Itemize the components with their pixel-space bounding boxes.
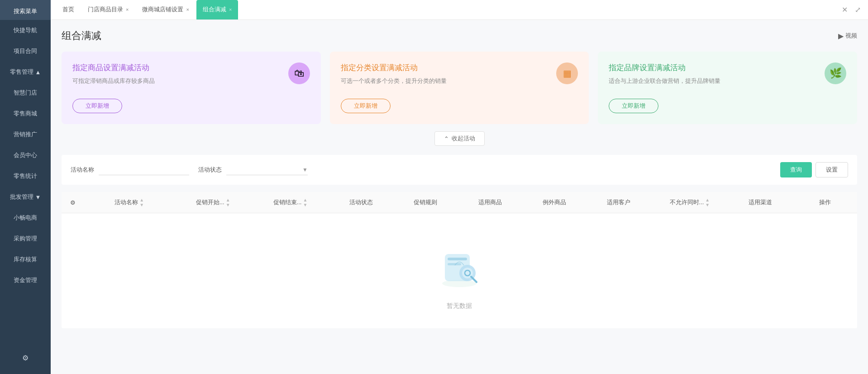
page-header: 组合满减 ▶ 视频 [62,29,857,43]
brand-card-icon: 🌿 [825,62,846,84]
search-status-field: 活动状态 ▼ [198,165,308,175]
svg-rect-3 [448,263,461,265]
sidebar-item-inventory[interactable]: 库存核算 [0,249,51,270]
table-header: ⚙ 活动名称 ▲▼ 促销开始... ▲▼ 促销结束... ▲▼ 活动状态 [62,192,857,213]
sidebar-item-smart-store[interactable]: 智慧门店 [0,82,51,103]
sidebar-gear-icon[interactable]: ⚙ [19,347,32,369]
th-gear[interactable]: ⚙ [62,199,84,206]
chevron-down-icon: ▼ [302,167,308,173]
chevron-up-icon: ▲ [35,69,41,76]
sidebar-item-retail-mall[interactable]: 零售商城 [0,103,51,124]
settings-button[interactable]: 设置 [816,162,848,177]
th-goods: 适用商品 [458,198,522,206]
th-except: 例外商品 [522,198,587,206]
svg-rect-2 [448,258,467,260]
search-name-field: 活动名称 [71,164,189,175]
category-card-desc: 可选一个或者多个分类，提升分类的销量 [341,77,578,86]
th-channel: 适用渠道 [728,198,792,206]
goods-add-button[interactable]: 立即新增 [72,99,122,113]
category-add-button[interactable]: 立即新增 [341,99,391,113]
brand-activity-card: 🌿 指定品牌设置满减活动 适合与上游企业联合做营销，提升品牌销量 立即新增 [598,52,857,124]
video-link[interactable]: ▶ 视频 [838,32,857,40]
search-status-select[interactable]: ▼ [226,165,308,175]
search-bar: 活动名称 活动状态 ▼ 查询 设置 [62,155,857,185]
sort-nodup-icon: ▲▼ [705,197,710,207]
empty-state-text: 暂无数据 [447,302,472,310]
sidebar-item-finance-mgmt[interactable]: 资金管理 [0,270,51,291]
sidebar-item-member-center[interactable]: 会员中心 [0,145,51,166]
th-end[interactable]: 促销结束... ▲▼ [252,197,329,207]
search-buttons: 查询 设置 [780,162,848,177]
th-nodup[interactable]: 不允许同时... ▲▼ [651,197,729,207]
empty-state-icon [432,240,486,295]
play-circle-icon: ▶ [838,32,844,40]
tab-home[interactable]: 首页 [56,0,81,19]
tab-bar: 首页 门店商品目录 × 微商城店铺设置 × 组合满减 × ✕ ⤢ [51,0,868,20]
sidebar-item-marketing[interactable]: 营销推广 [0,124,51,145]
tab-combo-discount[interactable]: 组合满减 × [196,0,238,19]
tab-store-catalog[interactable]: 门店商品目录 × [81,0,135,19]
search-name-input[interactable] [99,164,189,175]
goods-card-icon: 🛍 [288,62,310,84]
data-table: ⚙ 活动名称 ▲▼ 促销开始... ▲▼ 促销结束... ▲▼ 活动状态 [62,192,857,328]
sidebar-item-wholesale-mgmt[interactable]: 批发管理 ▼ [0,187,51,207]
th-rule: 促销规则 [393,198,458,206]
window-controls: ✕ ⤢ [840,5,863,14]
tab-close-wechat-store[interactable]: × [186,7,189,12]
activity-cards: 🛍 指定商品设置满减活动 可指定滞销商品或库存较多商品 立即新增 ▦ 指定分类设… [62,52,857,124]
goods-card-title: 指定商品设置满减活动 [72,62,310,73]
page-title: 组合满减 [62,29,101,43]
sidebar-item-retail-stats[interactable]: 零售统计 [0,166,51,187]
brand-card-desc: 适合与上游企业联合做营销，提升品牌销量 [609,77,846,86]
sidebar: 搜索菜单 快捷导航 项目合同 零售管理 ▲ 智慧门店 零售商城 营销推广 会员中… [0,0,51,374]
sort-end-icon: ▲▼ [303,197,307,207]
goods-activity-card: 🛍 指定商品设置满减活动 可指定滞销商品或库存较多商品 立即新增 [62,52,321,124]
sort-name-icon: ▲▼ [139,197,144,207]
tab-close-store-catalog[interactable]: × [126,7,129,12]
sidebar-bottom: ⚙ [19,347,32,374]
sidebar-item-small-ecom[interactable]: 小畅电商 [0,207,51,228]
th-operation: 操作 [793,198,857,206]
th-name[interactable]: 活动名称 ▲▼ [84,197,174,207]
tab-close-combo-discount[interactable]: × [229,7,232,12]
category-card-icon: ▦ [556,62,578,84]
th-status: 活动状态 [329,198,393,206]
sidebar-item-quick-nav[interactable]: 快捷导航 [0,20,51,41]
goods-card-desc: 可指定滞销商品或库存较多商品 [72,77,310,86]
page-content: 组合满减 ▶ 视频 🛍 指定商品设置满减活动 可指定滞销商品或库存较多商品 立即… [51,20,868,374]
chevron-down-icon: ▼ [35,194,41,201]
category-activity-card: ▦ 指定分类设置满减活动 可选一个或者多个分类，提升分类的销量 立即新增 [330,52,589,124]
query-button[interactable]: 查询 [780,162,812,177]
th-start[interactable]: 促销开始... ▲▼ [174,197,252,207]
search-status-label: 活动状态 [198,166,222,174]
sidebar-item-retail-mgmt[interactable]: 零售管理 ▲ [0,62,51,82]
sidebar-item-search[interactable]: 搜索菜单 [0,0,51,20]
tab-wechat-store[interactable]: 微商城店铺设置 × [136,0,195,19]
brand-card-title: 指定品牌设置满减活动 [609,62,846,73]
chevron-up-icon: ⌃ [444,135,449,142]
close-window-icon[interactable]: ✕ [840,5,849,14]
main-area: 首页 门店商品目录 × 微商城店铺设置 × 组合满减 × ✕ ⤢ 组合满减 ▶ … [51,0,868,374]
sidebar-item-project-contract[interactable]: 项目合同 [0,41,51,62]
search-name-label: 活动名称 [71,166,94,174]
empty-state: 暂无数据 [62,213,857,328]
collapse-button[interactable]: ⌃ 收起活动 [434,131,485,146]
th-customer: 适用客户 [587,198,651,206]
gear-icon: ⚙ [70,199,76,206]
sidebar-item-purchase-mgmt[interactable]: 采购管理 [0,228,51,249]
search-menu-label: 搜索菜单 [14,7,37,15]
sort-start-icon: ▲▼ [226,197,230,207]
maximize-window-icon[interactable]: ⤢ [853,5,863,14]
category-card-title: 指定分类设置满减活动 [341,62,578,73]
collapse-bar: ⌃ 收起活动 [62,131,857,146]
brand-add-button[interactable]: 立即新增 [609,99,658,113]
